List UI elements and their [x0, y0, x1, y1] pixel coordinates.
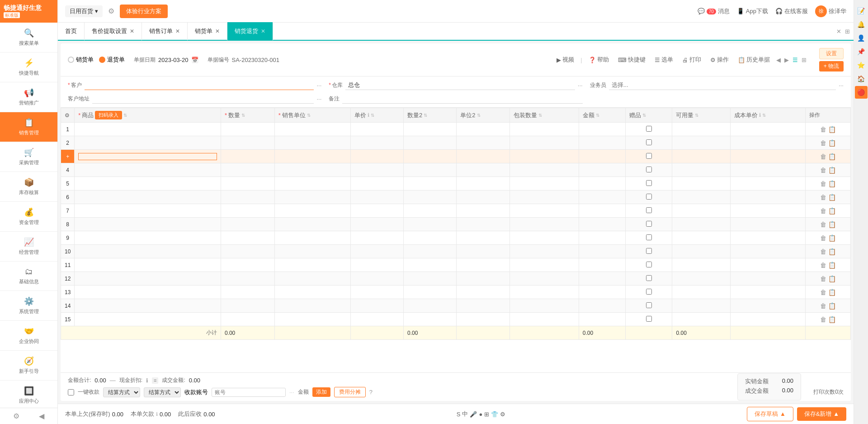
copy-row-icon[interactable]: 📋 — [828, 262, 836, 269]
quantity-cell[interactable] — [221, 150, 274, 163]
warehouse-lookup-icon[interactable]: ··· — [578, 82, 583, 89]
sort-product-icon[interactable]: ⇅ — [123, 113, 127, 118]
delete-row-icon[interactable]: 🗑 — [820, 194, 826, 201]
select-btn[interactable]: ☰ 选单 — [652, 55, 676, 65]
delete-row-icon[interactable]: 🗑 — [820, 275, 826, 282]
delete-row-icon[interactable]: 🗑 — [820, 153, 826, 160]
copy-row-icon[interactable]: 📋 — [828, 234, 836, 242]
sidebar-item-search[interactable]: 🔍 搜索菜单 — [0, 23, 57, 52]
active-product-input[interactable] — [78, 153, 217, 160]
sale-goods-radio-btn[interactable] — [68, 57, 74, 63]
delete-row-icon[interactable]: 🗑 — [820, 302, 826, 310]
delete-row-icon[interactable]: 🗑 — [820, 262, 826, 269]
delete-row-icon[interactable]: 🗑 — [820, 221, 826, 228]
salesman-lookup-icon[interactable]: ··· — [839, 82, 844, 89]
right-icon-note[interactable]: 📝 — [855, 5, 868, 17]
delete-row-icon[interactable]: 🗑 — [820, 289, 826, 296]
copy-row-icon[interactable]: 📋 — [828, 302, 836, 310]
amount-cell[interactable] — [579, 150, 625, 163]
discount-info-icon[interactable]: ℹ — [146, 377, 148, 384]
info-debt-icon[interactable]: ℹ — [156, 411, 158, 417]
tab-sale-return[interactable]: 销货退货 ✕ — [227, 22, 273, 40]
gift-cell[interactable] — [626, 123, 672, 136]
sidebar-item-apps[interactable]: 🔲 应用中心 — [0, 381, 57, 408]
gift-checkbox[interactable] — [646, 139, 652, 145]
sidebar-item-sales[interactable]: 📋 销售管理 — [0, 112, 57, 142]
copy-row-icon[interactable]: 📋 — [828, 289, 836, 296]
next-record-icon[interactable]: ▶ — [784, 57, 789, 63]
history-btn[interactable]: 📋 历史单据 — [735, 55, 773, 65]
sidebar-item-basic[interactable]: 🗂 基础信息 — [0, 262, 57, 291]
copy-row-icon[interactable]: 📋 — [828, 248, 836, 255]
close-tab-sale-order[interactable]: ✕ — [175, 28, 180, 34]
add-item-btn[interactable]: 添加 — [312, 387, 330, 397]
copy-row-icon[interactable]: 📋 — [828, 167, 836, 174]
pack-qty-cell[interactable] — [509, 150, 579, 163]
sidebar-item-enterprise[interactable]: 🤝 企业协同 — [0, 321, 57, 351]
account-input[interactable] — [212, 388, 286, 397]
copy-row-icon[interactable]: 📋 — [828, 153, 836, 160]
sale-unit-cell[interactable] — [274, 123, 351, 136]
calendar-icon[interactable]: 📅 — [191, 57, 198, 63]
pack-qty-cell[interactable] — [509, 136, 579, 150]
message-btn[interactable]: 💬 70 消息 — [698, 7, 730, 15]
product-cell[interactable] — [75, 123, 221, 136]
one-key-collect-checkbox[interactable] — [68, 389, 74, 395]
tool-icon-6[interactable]: 👕 — [491, 411, 498, 418]
expense-help-icon[interactable]: ? — [369, 389, 373, 395]
return-radio[interactable]: 退货单 — [99, 56, 125, 64]
delete-row-icon[interactable]: 🗑 — [820, 139, 826, 147]
video-btn[interactable]: ▶ 视频 — [554, 55, 577, 65]
gift-cell[interactable] — [626, 150, 672, 163]
close-tab-sale-goods[interactable]: ✕ — [215, 28, 220, 34]
right-icon-home[interactable]: 🏠 — [855, 72, 868, 85]
customer-input[interactable] — [85, 80, 314, 90]
gift-cell[interactable] — [626, 136, 672, 150]
tool-icon-5[interactable]: ⊞ — [484, 411, 489, 418]
product-input[interactable] — [78, 126, 217, 133]
return-radio-btn[interactable] — [99, 57, 105, 63]
copy-row-icon[interactable]: 📋 — [828, 221, 836, 228]
calc-method-select[interactable]: 结算方式 — [144, 387, 181, 397]
address-lookup-icon[interactable]: ··· — [316, 95, 321, 102]
sale-unit-cell[interactable] — [274, 150, 351, 163]
unit-price-cell[interactable] — [351, 123, 404, 136]
unit-price-cell[interactable] — [351, 136, 404, 150]
tab-sale-price[interactable]: 售价提取设置 ✕ — [85, 22, 142, 40]
sort-available-icon[interactable]: ⇅ — [695, 113, 698, 118]
expense-split-btn[interactable]: 费用分摊 — [334, 387, 366, 397]
right-icon-active[interactable]: 🔴 — [855, 86, 868, 99]
tab-sale-order[interactable]: 销售订单 ✕ — [142, 22, 188, 40]
product-cell-active[interactable] — [75, 150, 221, 163]
qty2-cell[interactable] — [404, 136, 457, 150]
user-menu[interactable]: 徐 徐泽华 — [815, 5, 846, 17]
delete-row-icon[interactable]: 🗑 — [820, 316, 826, 323]
copy-row-icon[interactable]: 📋 — [828, 207, 836, 214]
date-value[interactable]: 2023-03-20 — [158, 57, 189, 63]
operation-btn[interactable]: ⚙ 操作 — [708, 55, 731, 65]
grid-view-icon[interactable]: ⊞ — [802, 57, 807, 63]
copy-row-icon[interactable]: 📋 — [828, 180, 836, 187]
address-input[interactable] — [92, 94, 314, 104]
sidebar-item-finance[interactable]: 💰 资金管理 — [0, 202, 57, 232]
qty2-cell[interactable] — [404, 150, 457, 163]
sidebar-item-purchase[interactable]: 🛒 采购管理 — [0, 142, 57, 172]
unit-price-cell[interactable] — [351, 150, 404, 163]
sidebar-item-system[interactable]: ⚙️ 系统管理 — [0, 291, 57, 321]
sort-unit2-icon[interactable]: ⇅ — [477, 113, 481, 118]
settlement-method-select[interactable]: 结算方式 — [103, 387, 140, 397]
right-icon-alert[interactable]: 🔔 — [855, 18, 868, 31]
sale-goods-radio[interactable]: 销货单 — [68, 56, 94, 64]
copy-row-icon[interactable]: 📋 — [828, 316, 836, 323]
app-download-btn[interactable]: 📱 App下载 — [737, 7, 768, 15]
tool-icon-4[interactable]: ● — [479, 411, 482, 418]
expand-tabs-icon[interactable]: ⊞ — [845, 28, 850, 35]
unit2-cell[interactable] — [457, 150, 509, 163]
copy-row-icon[interactable]: 📋 — [828, 139, 836, 147]
collapse-icon[interactable]: ◀ — [39, 412, 44, 420]
right-icon-star[interactable]: ⭐ — [855, 59, 868, 71]
gift-checkbox[interactable] — [646, 153, 652, 159]
amount-cell[interactable] — [579, 136, 625, 150]
tab-sale-goods[interactable]: 销货单 ✕ — [188, 22, 227, 40]
sidebar-item-marketing[interactable]: 📢 营销推广 — [0, 82, 57, 112]
